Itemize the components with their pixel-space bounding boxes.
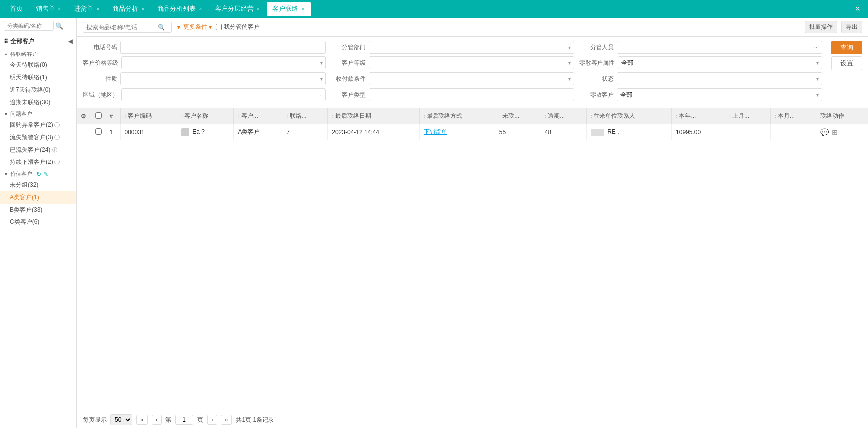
price-level-arrow-icon: ▾ [320, 60, 323, 66]
row-index: 1 [106, 124, 120, 140]
contacts-person-text: RE . [607, 128, 619, 135]
sidebar-group-pending[interactable]: ▼ 待联络客户 [0, 49, 76, 59]
table-header-no-contact: : 未联... [495, 108, 541, 124]
retail-attr-arrow-icon: ▾ [816, 60, 819, 66]
table-header-index: # [106, 108, 120, 124]
table-settings-icon[interactable]: ⚙ [81, 113, 86, 120]
per-page-select[interactable]: 50 [110, 414, 132, 425]
window-close-button[interactable]: × [851, 4, 864, 14]
nav-tab-goods-analysis[interactable]: 商品分析 × [107, 2, 150, 16]
retail-arrow-icon: ▾ [816, 92, 819, 98]
export-button[interactable]: 导出 [841, 21, 862, 33]
bulk-action-button[interactable]: 批量操作 [805, 21, 837, 33]
customer-contact-tab-close[interactable]: × [301, 6, 304, 12]
sidebar-item-declining[interactable]: 持续下滑客户(2) ⓘ [0, 156, 76, 168]
customer-level-select[interactable]: ▾ [369, 56, 574, 69]
nature-select[interactable]: ▾ [120, 72, 326, 85]
refresh-icon[interactable]: ↻ [36, 171, 41, 178]
edit-icon[interactable]: ✎ [43, 171, 48, 178]
table-header-name: : 客户名称 [177, 108, 233, 124]
more-conditions-button[interactable]: ▼ 更多条件 ▾ [176, 23, 212, 31]
person-tag [591, 129, 604, 136]
table-header-checkbox[interactable] [91, 108, 106, 124]
price-level-select[interactable]: ▾ [121, 56, 326, 69]
info-icon-1: ⓘ [54, 122, 60, 128]
sidebar-item-repurchase-abnormal[interactable]: 回购异常客户(2) ⓘ [0, 119, 76, 131]
nav-tab-home[interactable]: 首页 [4, 2, 29, 16]
person-select[interactable]: ··· [617, 41, 822, 54]
last-contact-type-link[interactable]: 下销货单 [424, 128, 447, 135]
first-page-button[interactable]: « [136, 415, 148, 425]
grid-icon: ⠿ [4, 38, 8, 45]
qr-icon[interactable]: ⊞ [832, 128, 838, 136]
page-number-input[interactable] [175, 415, 193, 425]
region-select[interactable]: ··· [121, 88, 326, 101]
nav-tab-customer-layered[interactable]: 客户分层经营 × [209, 2, 266, 16]
filter-cell-customer-type: 客户类型 [331, 88, 579, 101]
filter-cell-region: 区域（地区） ··· [83, 88, 331, 101]
sidebar-item-churn-warning[interactable]: 流失预警客户(3) ⓘ [0, 131, 76, 144]
prev-page-button[interactable]: ‹ [152, 415, 162, 425]
table-header-settings[interactable]: ⚙ [77, 108, 91, 124]
sidebar-item-tomorrow-pending[interactable]: 明天待联络(1) [0, 71, 76, 84]
settings-button[interactable]: 设置 [831, 56, 862, 70]
sidebar-item-class-b[interactable]: B类客户(33) [0, 204, 76, 216]
phone-input[interactable] [120, 41, 326, 54]
nav-tab-goods-analysis-list[interactable]: 商品分析列表 × [151, 2, 208, 16]
sales-tab-close[interactable]: × [58, 6, 61, 12]
table-header-contacts-person: : 往来单位联系人 [586, 108, 671, 124]
my-customers-checkbox-area[interactable]: 我分管的客户 [216, 23, 260, 31]
purchase-tab-close[interactable]: × [96, 6, 99, 12]
nav-tab-customer-contact[interactable]: 客户联络 × [267, 2, 310, 16]
filter-row-3: 性质 ▾ 收付款条件 ▾ [83, 72, 827, 85]
sidebar-group-value[interactable]: ▼ 价值客户 ↻ ✎ [0, 168, 76, 179]
row-checkbox[interactable] [95, 128, 102, 135]
customer-type-select[interactable] [369, 88, 574, 101]
sidebar-all-customers-header[interactable]: ⠿ 全部客户 ◀ [0, 34, 76, 49]
payment-select[interactable]: ▾ [369, 72, 574, 85]
filter-search-icon[interactable]: 🔍 [158, 24, 165, 31]
table-select-all-checkbox[interactable] [95, 112, 102, 119]
filter-cell-nature: 性质 ▾ [83, 72, 331, 85]
retail-attr-select[interactable]: 全部 ▾ [618, 56, 822, 69]
filter-search-input[interactable] [86, 24, 156, 31]
nav-tab-purchase[interactable]: 进货单 × [68, 2, 105, 16]
sidebar-search-icon[interactable]: 🔍 [55, 22, 63, 30]
row-checkbox-cell[interactable] [91, 124, 106, 140]
today-pending-label: 今天待联络(0) [10, 61, 47, 68]
last-page-button[interactable]: » [221, 415, 232, 425]
person-dots-icon: ··· [814, 44, 819, 50]
dept-select[interactable]: ▾ [369, 41, 574, 54]
sidebar-item-overdue-pending[interactable]: 逾期未联络(30) [0, 96, 76, 108]
sidebar-item-unclassified[interactable]: 未分组(32) [0, 179, 76, 191]
my-customers-checkbox[interactable] [216, 24, 222, 30]
chat-icon[interactable]: 💬 [820, 128, 829, 136]
sidebar-item-class-a[interactable]: A类客户(1) [0, 191, 76, 204]
goods-analysis-tab-close[interactable]: × [141, 6, 144, 12]
main-layout: 🔍 ⠿ 全部客户 ◀ ▼ 待联络客户 今天待联络(0) 明天待联络(1) 近7天… [0, 18, 868, 428]
sidebar-collapse-button[interactable]: ◀ [68, 38, 72, 45]
next-page-button[interactable]: › [207, 415, 217, 425]
retail-select[interactable]: 全部 ▾ [617, 88, 822, 101]
filter-search-box[interactable]: 🔍 [83, 22, 172, 33]
sidebar-item-today-pending[interactable]: 今天待联络(0) [0, 59, 76, 71]
query-button[interactable]: 查询 [831, 41, 862, 54]
goods-analysis-list-tab-close[interactable]: × [199, 6, 202, 12]
customer-type-label: 客户类型 [331, 91, 366, 99]
sidebar-item-churned[interactable]: 已流失客户(24) ⓘ [0, 144, 76, 156]
filter-cell-retail: 零散客户 全部 ▾ [579, 88, 827, 101]
row-last-contact-type[interactable]: 下销货单 [419, 124, 495, 140]
filter-cell-status: 状态 ▾ [579, 72, 827, 85]
status-select[interactable]: ▾ [617, 72, 822, 85]
more-conditions-label: 更多条件 [183, 23, 207, 31]
chevron-icon: ▾ [209, 24, 212, 31]
sidebar-search-input[interactable] [4, 21, 54, 31]
customer-layered-tab-close[interactable]: × [257, 6, 260, 12]
sidebar-item-7days-pending[interactable]: 近7天待联络(0) [0, 84, 76, 96]
retail-attr-label: 零散客户属性 [579, 59, 615, 67]
sidebar-item-class-c[interactable]: C类客户(6) [0, 216, 76, 228]
sidebar-group-problem[interactable]: ▼ 问题客户 [0, 108, 76, 119]
nav-tab-sales[interactable]: 销售单 × [30, 2, 67, 16]
row-name[interactable]: Ea ? [177, 124, 233, 140]
horizontal-scrollbar-area[interactable] [77, 401, 868, 411]
